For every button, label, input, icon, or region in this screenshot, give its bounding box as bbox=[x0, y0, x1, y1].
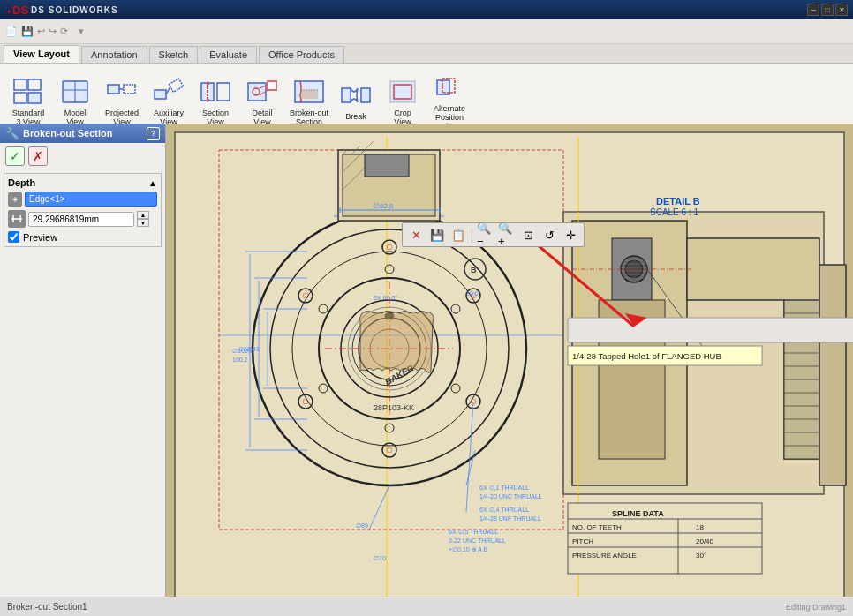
depth-value-icon bbox=[8, 210, 26, 228]
svg-rect-10 bbox=[155, 90, 166, 99]
status-right: Editing Drawing1 bbox=[786, 603, 846, 612]
svg-rect-2 bbox=[14, 93, 26, 103]
svg-text:DETAIL B: DETAIL B bbox=[656, 196, 700, 207]
pan-button[interactable]: ✛ bbox=[561, 225, 580, 244]
redo-icon[interactable]: ↪ bbox=[49, 26, 57, 37]
fit-button[interactable]: ⊡ bbox=[518, 225, 538, 244]
svg-text:∅82,8: ∅82,8 bbox=[374, 202, 394, 210]
close-float-button[interactable]: ✕ bbox=[406, 225, 426, 244]
break-button[interactable]: Break bbox=[333, 75, 379, 128]
svg-text:∅70: ∅70 bbox=[374, 555, 386, 561]
tab-office-products[interactable]: Office Products bbox=[259, 46, 344, 63]
undo-icon[interactable]: ↩ bbox=[37, 26, 45, 37]
tab-view-layout[interactable]: View Layout bbox=[4, 45, 79, 63]
left-panel: 🔧 Broken-out Section ? ✓ ✗ Depth ▲ ◈ Edg… bbox=[0, 124, 166, 616]
crop-view-icon bbox=[387, 76, 419, 108]
svg-text:6X ∅,1 THRUALL: 6X ∅,1 THRUALL bbox=[479, 485, 529, 491]
crop-view-button[interactable]: CropView bbox=[380, 71, 426, 131]
depth-input-row: ◈ Edge<1> bbox=[8, 192, 157, 207]
svg-text:1/4-20 UNC THRUALL: 1/4-20 UNC THRUALL bbox=[479, 493, 542, 500]
panel-header: 🔧 Broken-out Section ? bbox=[0, 124, 165, 143]
preview-row: Preview bbox=[8, 231, 157, 243]
panel-title: Broken-out Section bbox=[23, 128, 112, 139]
svg-text:1/4-28 Tapped Hole1 of FLANGED: 1/4-28 Tapped Hole1 of FLANGED HUB bbox=[572, 351, 721, 361]
projected-view-button[interactable]: ProjectedView bbox=[99, 71, 145, 131]
save-float-button[interactable]: 💾 bbox=[427, 225, 447, 244]
svg-text:30°: 30° bbox=[696, 552, 706, 560]
projected-view-icon bbox=[106, 76, 138, 108]
broken-out-section-button[interactable]: Broken-outSection bbox=[286, 71, 332, 131]
svg-text:SPLINE DATA: SPLINE DATA bbox=[612, 509, 664, 518]
svg-text:∅89: ∅89 bbox=[356, 522, 368, 529]
model-view-button[interactable]: ModelView bbox=[52, 71, 98, 131]
collapse-button[interactable]: ▲ bbox=[148, 178, 157, 188]
svg-text:1/4-28 UNF THRUALL: 1/4-28 UNF THRUALL bbox=[479, 515, 541, 522]
minimize-button[interactable]: ─ bbox=[807, 4, 819, 16]
svg-rect-24 bbox=[300, 90, 318, 99]
svg-text:PITCH: PITCH bbox=[572, 537, 593, 545]
file-icon[interactable]: 📄 bbox=[5, 26, 18, 37]
rebuild-icon[interactable]: ⟳ bbox=[60, 26, 68, 37]
app-name: DS SOLIDWORKS bbox=[31, 5, 118, 15]
svg-rect-3 bbox=[28, 93, 41, 103]
rotate-button[interactable]: ↺ bbox=[540, 225, 559, 244]
standard-3view-button[interactable]: Standard3 View bbox=[5, 71, 51, 131]
auxiliary-view-icon bbox=[153, 76, 185, 108]
svg-rect-136 bbox=[568, 503, 762, 574]
svg-text:100,2: 100,2 bbox=[232, 357, 248, 363]
svg-rect-155 bbox=[365, 154, 409, 177]
depth-value-input[interactable] bbox=[28, 212, 134, 227]
help-button[interactable]: ? bbox=[147, 127, 160, 140]
section-view-icon bbox=[200, 76, 231, 108]
svg-rect-8 bbox=[124, 85, 135, 94]
spin-down[interactable]: ▼ bbox=[137, 219, 149, 227]
svg-text:20/40: 20/40 bbox=[696, 537, 714, 545]
zoom-out-button[interactable]: 🔍− bbox=[476, 225, 495, 244]
main-drawing-area: BAKER 28P103-KK ∅82.8 ∅100,2 100,2 ∅62 ∅… bbox=[166, 124, 853, 616]
tab-sketch[interactable]: Sketch bbox=[149, 46, 199, 63]
app-logo: ⬩DS DS SOLIDWORKS bbox=[5, 4, 118, 17]
break-icon bbox=[340, 79, 372, 111]
ds-logo: ⬩DS bbox=[5, 4, 28, 17]
svg-text:PRESSURE ANGLE: PRESSURE ANGLE bbox=[572, 552, 637, 560]
preview-label: Preview bbox=[23, 232, 57, 243]
svg-rect-14 bbox=[217, 83, 230, 101]
quick-access-toolbar: 📄 💾 ↩ ↪ ⟳ ▾ bbox=[0, 19, 853, 44]
ok-button[interactable]: ✓ bbox=[5, 146, 25, 166]
svg-rect-127 bbox=[819, 265, 846, 485]
broken-out-section-icon bbox=[293, 76, 325, 108]
detail-view-icon bbox=[246, 76, 278, 108]
auxiliary-view-button[interactable]: AuxiliaryView bbox=[146, 71, 192, 131]
confirm-row: ✓ ✗ bbox=[0, 143, 165, 169]
status-text: Broken-out Section1 bbox=[7, 602, 87, 612]
break-label: Break bbox=[345, 113, 366, 122]
alternate-position-view-icon bbox=[434, 71, 465, 103]
svg-text:∅41: ∅41 bbox=[247, 346, 260, 352]
window-controls[interactable]: ─ □ ✕ bbox=[807, 4, 848, 16]
close-button[interactable]: ✕ bbox=[835, 4, 848, 16]
tab-evaluate[interactable]: Evaluate bbox=[200, 46, 257, 63]
svg-rect-20 bbox=[268, 81, 276, 90]
ribbon-tabs: View Layout Annotation Sketch Evaluate O… bbox=[0, 44, 853, 64]
zoom-in-button[interactable]: 🔍+ bbox=[497, 225, 517, 244]
svg-text:SCALE 6 : 1: SCALE 6 : 1 bbox=[650, 207, 698, 217]
save-quick-icon[interactable]: 💾 bbox=[21, 26, 34, 37]
preview-checkbox[interactable] bbox=[8, 231, 19, 243]
detail-view-button[interactable]: DetailView bbox=[239, 71, 285, 131]
section-view-button[interactable]: SectionView bbox=[192, 71, 238, 131]
svg-text:18: 18 bbox=[696, 523, 704, 531]
tab-annotation[interactable]: Annotation bbox=[81, 46, 147, 63]
title-bar: ⬩DS DS SOLIDWORKS ─ □ ✕ bbox=[0, 0, 853, 19]
spin-up[interactable]: ▲ bbox=[137, 211, 149, 219]
cancel-button[interactable]: ✗ bbox=[28, 146, 48, 166]
edge-select[interactable]: Edge<1> bbox=[25, 192, 157, 207]
copy-button[interactable]: 📋 bbox=[449, 225, 468, 244]
options-icon[interactable]: ▾ bbox=[79, 26, 84, 37]
maximize-button[interactable]: □ bbox=[821, 4, 834, 16]
separator bbox=[472, 227, 472, 243]
svg-text:B: B bbox=[471, 266, 477, 274]
svg-text:30,0°: 30,0° bbox=[466, 290, 481, 297]
svg-rect-0 bbox=[14, 79, 26, 90]
svg-text:+∅0,10 ⊕ A B: +∅0,10 ⊕ A B bbox=[449, 546, 487, 552]
svg-text:6X ∅,5 THRUALL: 6X ∅,5 THRUALL bbox=[449, 529, 498, 535]
